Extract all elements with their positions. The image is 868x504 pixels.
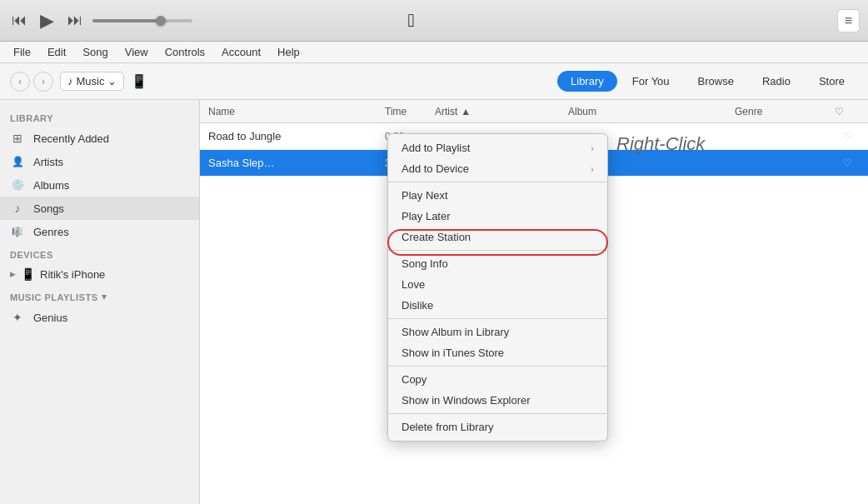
- list-view-button[interactable]: ≡: [837, 9, 860, 32]
- chevron-down-icon: ⌄: [107, 75, 117, 87]
- genres-label: Genres: [33, 226, 69, 238]
- ctx-show-album-in-library[interactable]: Show Album in Library: [388, 322, 607, 342]
- sidebar-item-songs[interactable]: ♪ Songs: [0, 197, 199, 220]
- sidebar: Library ⊞ Recently Added 👤 Artists 💿 Alb…: [0, 100, 200, 504]
- genius-label: Genius: [33, 312, 67, 324]
- column-name[interactable]: Name: [208, 106, 385, 117]
- rewind-button[interactable]: ⏮: [8, 8, 30, 32]
- tab-store[interactable]: Store: [806, 71, 858, 92]
- content-area: Name Time Artist ▲ Album Genre ♡ Road to…: [200, 100, 868, 504]
- sidebar-item-genres[interactable]: 🎼 Genres: [0, 220, 199, 243]
- column-album[interactable]: Album: [568, 106, 735, 117]
- playlists-section[interactable]: Music Playlists ▾: [0, 285, 199, 306]
- songs-icon: ♪: [10, 201, 25, 216]
- column-artist[interactable]: Artist ▲: [435, 106, 568, 117]
- artists-label: Artists: [33, 156, 63, 168]
- iphone-label: Ritik's iPhone: [40, 268, 105, 281]
- apple-logo: : [408, 10, 415, 32]
- column-time[interactable]: Time: [385, 106, 435, 117]
- genres-icon: 🎼: [10, 224, 25, 239]
- ctx-play-later[interactable]: Play Later: [388, 206, 607, 227]
- menu-view[interactable]: View: [118, 44, 155, 60]
- ctx-arrow-icon: ›: [591, 143, 594, 153]
- music-dropdown-label: Music: [77, 75, 105, 87]
- ctx-add-to-device[interactable]: Add to Device ›: [388, 158, 607, 179]
- ctx-love[interactable]: Love: [388, 274, 607, 295]
- ctx-separator: [388, 182, 607, 182]
- devices-section-label: Devices: [0, 243, 199, 263]
- menu-edit[interactable]: Edit: [41, 44, 72, 60]
- ctx-separator: [388, 250, 607, 251]
- context-menu: Add to Playlist › Add to Device › Play N…: [387, 133, 608, 442]
- progress-knob[interactable]: [156, 16, 166, 26]
- row2-heart[interactable]: ♡: [835, 157, 860, 169]
- albums-label: Albums: [33, 179, 69, 192]
- menu-help[interactable]: Help: [271, 44, 307, 60]
- nav-forward-button[interactable]: ›: [33, 72, 53, 92]
- iphone-icon: 📱: [21, 267, 35, 281]
- column-heart: ♡: [835, 106, 860, 117]
- ctx-separator: [388, 366, 607, 367]
- right-click-label: Right-Click: [616, 133, 705, 155]
- row1-heart[interactable]: ♡: [835, 130, 860, 142]
- nav-bar: ‹ › ♪ Music ⌄ 📱 Library For You Browse R…: [0, 63, 868, 100]
- music-note-icon: ♪: [67, 75, 73, 87]
- menu-file[interactable]: File: [7, 44, 37, 60]
- table-header: Name Time Artist ▲ Album Genre ♡: [200, 100, 868, 123]
- main-layout: Library ⊞ Recently Added 👤 Artists 💿 Alb…: [0, 100, 868, 504]
- nav-arrows: ‹ ›: [10, 72, 53, 92]
- ctx-create-station[interactable]: Create Station: [388, 227, 607, 247]
- column-genre[interactable]: Genre: [735, 106, 835, 117]
- tab-browse[interactable]: Browse: [685, 71, 747, 92]
- sort-arrow-icon: ▲: [461, 106, 471, 117]
- sidebar-item-ritiks-iphone[interactable]: ▶ 📱 Ritik's iPhone: [0, 263, 199, 285]
- menu-controls[interactable]: Controls: [158, 44, 212, 60]
- tab-radio[interactable]: Radio: [749, 71, 804, 92]
- ctx-play-next[interactable]: Play Next: [388, 185, 607, 206]
- artists-icon: 👤: [10, 154, 25, 169]
- menu-bar: File Edit Song View Controls Account Hel…: [0, 42, 868, 63]
- transport-controls: ⏮ ▶ ⏭: [8, 7, 192, 35]
- sidebar-item-genius[interactable]: ✦ Genius: [0, 306, 199, 329]
- ctx-separator: [388, 413, 607, 414]
- playlists-label: Music Playlists: [10, 292, 98, 302]
- ctx-separator: [388, 318, 607, 319]
- ctx-add-to-playlist[interactable]: Add to Playlist ›: [388, 137, 607, 158]
- ctx-dislike[interactable]: Dislike: [388, 295, 607, 316]
- playlists-chevron-icon: ▾: [102, 292, 107, 302]
- sidebar-item-recently-added[interactable]: ⊞ Recently Added: [0, 127, 199, 150]
- ctx-show-in-windows-explorer[interactable]: Show in Windows Explorer: [388, 390, 607, 411]
- sidebar-item-albums[interactable]: 💿 Albums: [0, 173, 199, 197]
- menu-song[interactable]: Song: [76, 44, 114, 60]
- title-bar: ⏮ ▶ ⏭  ≡: [0, 0, 868, 42]
- progress-fill: [92, 19, 157, 22]
- ctx-show-in-itunes-store[interactable]: Show in iTunes Store: [388, 342, 607, 363]
- songs-label: Songs: [33, 202, 64, 215]
- nav-tabs: Library For You Browse Radio Store: [557, 71, 858, 92]
- ctx-arrow-icon: ›: [591, 164, 594, 174]
- device-icon[interactable]: 📱: [131, 73, 147, 89]
- menu-account[interactable]: Account: [215, 44, 267, 60]
- triangle-icon: ▶: [10, 270, 16, 278]
- albums-icon: 💿: [10, 177, 25, 192]
- recently-added-icon: ⊞: [10, 131, 25, 146]
- ctx-song-info[interactable]: Song Info: [388, 253, 607, 274]
- sidebar-item-artists[interactable]: 👤 Artists: [0, 150, 199, 173]
- library-section-label: Library: [0, 107, 199, 127]
- recently-added-label: Recently Added: [33, 132, 109, 145]
- ctx-delete-from-library[interactable]: Delete from Library: [388, 417, 607, 437]
- ctx-copy[interactable]: Copy: [388, 369, 607, 390]
- row2-name: Sasha Slep…: [208, 157, 385, 169]
- row1-name: Road to Jungle: [208, 130, 385, 142]
- progress-bar[interactable]: [92, 19, 192, 22]
- music-dropdown[interactable]: ♪ Music ⌄: [60, 72, 124, 91]
- tab-library[interactable]: Library: [557, 71, 617, 92]
- nav-back-button[interactable]: ‹: [10, 72, 30, 92]
- genius-icon: ✦: [10, 310, 25, 325]
- fast-forward-button[interactable]: ⏭: [64, 8, 86, 32]
- play-button[interactable]: ▶: [37, 7, 57, 35]
- tab-for-you[interactable]: For You: [619, 71, 683, 92]
